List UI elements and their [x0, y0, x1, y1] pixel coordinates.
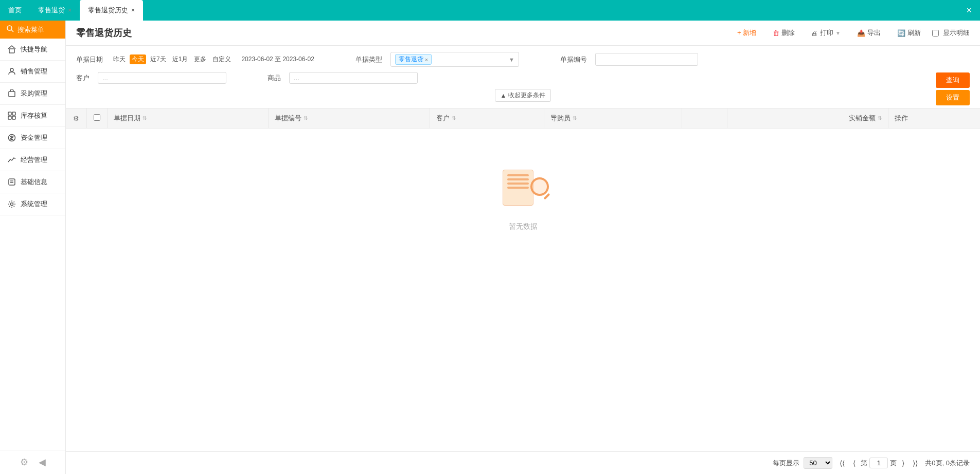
tab-retail-return[interactable]: 零售退货 × — [30, 0, 80, 21]
svg-line-1 — [11, 30, 13, 32]
window-close-button[interactable]: × — [958, 5, 980, 16]
col-checkbox[interactable] — [86, 108, 107, 129]
svg-rect-4 — [9, 92, 15, 97]
tab-retail-return-close[interactable]: × — [68, 7, 72, 14]
sidebar-item-sales-mgmt-label: 销售管理 — [21, 67, 47, 76]
col-doc-number[interactable]: 单据编号 ⇅ — [269, 108, 430, 129]
system-icon — [7, 199, 16, 209]
collapse-button[interactable]: ▲ 收起更多条件 — [495, 89, 551, 102]
col-actions: 操作 — [888, 108, 980, 129]
query-action-buttons: 查询 设置 — [936, 72, 970, 105]
shortcut-today[interactable]: 今天 — [130, 54, 146, 64]
table-header: ⚙ 单据日期 ⇅ 单据编号 — [66, 108, 980, 129]
sidebar-item-inventory[interactable]: 库存核算 — [0, 105, 65, 127]
col-amount-label: 实销金额 — [849, 114, 876, 123]
page-size-select[interactable]: 50 100 200 — [804, 457, 832, 469]
operations-icon — [7, 155, 16, 165]
sidebar-item-quick-nav[interactable]: 快捷导航 — [0, 39, 65, 61]
table-area: ⚙ 单据日期 ⇅ 单据编号 — [66, 108, 980, 451]
query-button[interactable]: 查询 — [936, 72, 970, 88]
sidebar-search[interactable]: 搜索菜单 — [0, 21, 65, 39]
doc-type-tag-close[interactable]: × — [425, 57, 428, 63]
mute-icon[interactable]: ◀ — [39, 457, 46, 468]
next-page-button[interactable]: ⟩ — [899, 458, 907, 468]
delete-button[interactable]: 🗑 删除 — [768, 26, 800, 40]
doc-type-arrow: ▼ — [509, 57, 514, 63]
settings-button[interactable]: 设置 — [936, 90, 970, 105]
svg-point-3 — [10, 68, 13, 71]
sidebar-item-basic-info-label: 基础信息 — [21, 177, 47, 187]
tab-retail-return-history[interactable]: 零售退货历史 × — [80, 0, 143, 21]
date-filter-label: 单据日期 — [76, 55, 103, 64]
col-guide-label: 导购员 — [550, 114, 571, 123]
sidebar-item-finance[interactable]: 资金管理 — [0, 127, 65, 149]
svg-rect-6 — [12, 112, 15, 115]
refresh-button[interactable]: 🔄 刷新 — [892, 26, 926, 40]
sidebar-item-operations[interactable]: 经营管理 — [0, 149, 65, 171]
shortcut-more[interactable]: 更多 — [192, 54, 208, 64]
sidebar-item-sales-mgmt[interactable]: 销售管理 — [0, 61, 65, 83]
filter-row-1: 单据日期 昨天 今天 近7天 近1月 更多 自定义 2023-06-02 至 2… — [76, 52, 970, 67]
page-number-input[interactable] — [869, 458, 888, 468]
sidebar-item-system-mgmt[interactable]: 系统管理 — [0, 193, 65, 215]
goods-select[interactable]: ... — [289, 72, 418, 84]
goods-filter: 商品 ... — [268, 72, 418, 84]
select-all-checkbox[interactable] — [94, 114, 100, 121]
tab-list: 首页 零售退货 × 零售退货历史 × — [0, 0, 958, 21]
main-layout: 搜索菜单 快捷导航 销售管理 采购管理 库存核算 — [0, 21, 980, 474]
col-guide[interactable]: 导购员 ⇅ — [544, 108, 682, 129]
customer-filter: 客户 ... — [76, 72, 226, 84]
page-label: 页 — [890, 459, 897, 468]
filter-row-2: 客户 ... 商品 ... — [76, 72, 970, 84]
page-jump-label: 第 — [861, 459, 867, 468]
col-amount[interactable]: 实销金额 ⇅ — [727, 108, 888, 129]
customer-select[interactable]: ... — [98, 72, 226, 84]
shortcut-custom[interactable]: 自定义 — [210, 54, 233, 64]
doc-number-filter: 单据编号 — [560, 53, 698, 66]
pagination: 每页显示 50 100 200 ⟨⟨ ⟨ 第 页 ⟩ ⟩⟩ 共0页, 0条记录 — [66, 451, 980, 474]
col-doc-date[interactable]: 单据日期 ⇅ — [107, 108, 269, 129]
sidebar-item-inventory-label: 库存核算 — [21, 111, 47, 120]
settings-icon[interactable]: ⚙ — [20, 457, 28, 468]
show-detail-label[interactable]: 显示明细 — [932, 28, 970, 38]
collapse-row: ▲ 收起更多条件 — [76, 89, 970, 102]
print-button[interactable]: 🖨 打印 ▼ — [806, 26, 846, 40]
sidebar-item-finance-label: 资金管理 — [21, 133, 47, 142]
print-button-label: 打印 — [820, 28, 833, 38]
show-detail-text: 显示明细 — [943, 28, 970, 38]
col-settings[interactable]: ⚙ — [66, 108, 86, 129]
shortcut-yesterday[interactable]: 昨天 — [111, 54, 128, 64]
guide-sort-icon: ⇅ — [573, 116, 577, 121]
refresh-button-label: 刷新 — [907, 28, 921, 38]
prev-page-button[interactable]: ⟨ — [850, 458, 859, 468]
goods-label: 商品 — [268, 74, 281, 83]
sidebar-item-basic-info[interactable]: 基础信息 — [0, 171, 65, 193]
customer-placeholder: ... — [102, 74, 108, 82]
sidebar-item-purchase-mgmt[interactable]: 采购管理 — [0, 83, 65, 105]
shortcut-1month[interactable]: 近1月 — [170, 54, 190, 64]
col-spacer — [682, 108, 727, 129]
tab-retail-return-label: 零售退货 — [38, 6, 65, 15]
settings-col-icon[interactable]: ⚙ — [73, 115, 79, 122]
page-title: 零售退货历史 — [76, 27, 132, 39]
first-page-button[interactable]: ⟨⟨ — [836, 458, 848, 468]
amount-sort-icon: ⇅ — [878, 116, 882, 121]
last-page-button[interactable]: ⟩⟩ — [910, 458, 921, 468]
col-customer[interactable]: 客户 ⇅ — [430, 108, 544, 129]
svg-rect-10 — [9, 179, 15, 185]
shortcut-7days[interactable]: 近7天 — [148, 54, 168, 64]
doc-number-input[interactable] — [595, 53, 698, 66]
tab-home-label: 首页 — [8, 6, 22, 15]
export-button[interactable]: 📤 导出 — [852, 26, 886, 40]
doc-number-label: 单据编号 — [560, 55, 587, 64]
empty-illustration — [497, 170, 549, 216]
doc-type-select[interactable]: 零售退货 × ▼ — [390, 52, 519, 67]
show-detail-checkbox[interactable] — [932, 30, 939, 37]
col-customer-label: 客户 — [436, 114, 450, 123]
tab-home[interactable]: 首页 — [0, 0, 30, 21]
tab-retail-return-history-close[interactable]: × — [131, 7, 135, 14]
date-filter: 单据日期 昨天 今天 近7天 近1月 更多 自定义 2023-06-02 至 2… — [76, 54, 314, 64]
doc-type-label: 单据类型 — [355, 55, 382, 64]
collapse-label: 收起更多条件 — [508, 91, 545, 100]
add-button[interactable]: + 新增 — [732, 26, 761, 40]
